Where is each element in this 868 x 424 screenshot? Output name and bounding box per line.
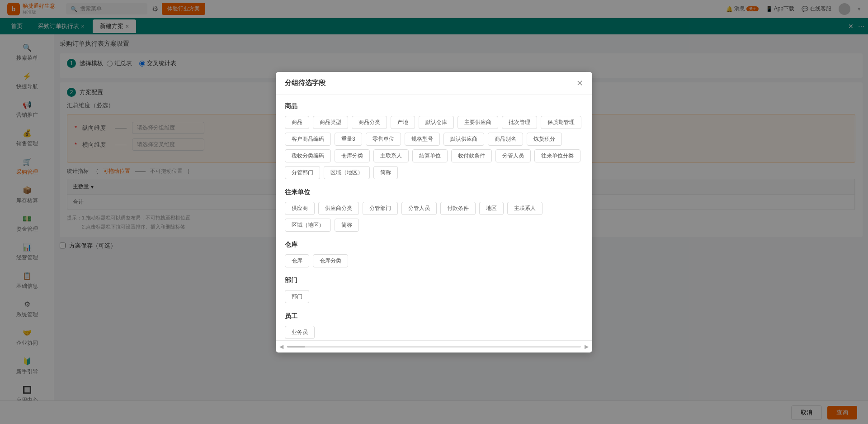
modal-overlay: 分组待选字段 ✕ 商品 商品 商品类型 商品分类 产地 默认仓库 主要供应商 批… (0, 0, 868, 424)
field-tag[interactable]: 区域（地区） (285, 219, 331, 232)
field-tag[interactable]: 保质期管理 (541, 116, 581, 129)
field-tag[interactable]: 主要供应商 (458, 116, 498, 129)
field-tag[interactable]: 重量3 (335, 133, 362, 146)
field-tag[interactable]: 供应商 (285, 202, 315, 215)
section-product-title: 商品 (285, 102, 583, 110)
field-tag[interactable]: 分管人员 (495, 149, 531, 162)
field-tag[interactable]: 批次管理 (502, 116, 537, 129)
field-tag[interactable]: 地区 (479, 202, 504, 215)
scroll-thumb (287, 346, 305, 348)
field-tag[interactable]: 区域（地区） (324, 166, 370, 179)
section-warehouse-title: 仓库 (285, 241, 583, 249)
modal-title: 分组待选字段 (285, 79, 326, 87)
section-product: 商品 商品 商品类型 商品分类 产地 默认仓库 主要供应商 批次管理 保质期管理… (285, 102, 583, 179)
field-tag[interactable]: 仓库分类 (313, 254, 348, 267)
section-employee-title: 员工 (285, 312, 583, 320)
section-dept-fields: 部门 (285, 290, 583, 303)
scroll-right-arrow[interactable]: ▶ (585, 343, 589, 350)
section-product-fields: 商品 商品类型 商品分类 产地 默认仓库 主要供应商 批次管理 保质期管理 客户… (285, 116, 583, 179)
field-tag[interactable]: 业务员 (285, 326, 315, 339)
field-tag[interactable]: 默认供应商 (443, 133, 484, 146)
field-tag[interactable]: 结算单位 (412, 149, 448, 162)
section-warehouse: 仓库 仓库 仓库分类 (285, 241, 583, 267)
field-tag[interactable]: 仓库分类 (335, 149, 370, 162)
section-partner-fields: 供应商 供应商分类 分管部门 分管人员 付款条件 地区 主联系人 区域（地区） … (285, 202, 583, 232)
scroll-left-arrow[interactable]: ◀ (279, 343, 283, 350)
field-tag[interactable]: 商品分类 (352, 116, 387, 129)
field-tag[interactable]: 仓库 (285, 254, 309, 267)
modal-close-btn[interactable]: ✕ (576, 78, 583, 88)
section-dept-title: 部门 (285, 276, 583, 285)
scroll-track[interactable] (287, 346, 581, 348)
field-tag[interactable]: 零售单位 (366, 133, 401, 146)
field-tag[interactable]: 默认仓库 (419, 116, 454, 129)
section-warehouse-fields: 仓库 仓库分类 (285, 254, 583, 267)
field-tag[interactable]: 付款条件 (440, 202, 476, 215)
modal-dialog: 分组待选字段 ✕ 商品 商品 商品类型 商品分类 产地 默认仓库 主要供应商 批… (276, 72, 592, 353)
section-dept: 部门 部门 (285, 276, 583, 303)
field-tag[interactable]: 产地 (391, 116, 415, 129)
modal-header: 分组待选字段 ✕ (276, 72, 592, 95)
field-tag[interactable]: 往来单位分类 (534, 149, 580, 162)
field-tag[interactable]: 主联系人 (507, 202, 542, 215)
field-tag[interactable]: 供应商分类 (318, 202, 359, 215)
field-tag[interactable]: 简称 (373, 166, 398, 179)
field-tag[interactable]: 客户商品编码 (285, 133, 331, 146)
field-tag[interactable]: 收付款条件 (451, 149, 492, 162)
field-tag[interactable]: 规格型号 (405, 133, 440, 146)
field-tag[interactable]: 部门 (285, 290, 309, 303)
field-tag[interactable]: 简称 (335, 219, 359, 232)
field-tag[interactable]: 分管人员 (401, 202, 437, 215)
field-tag[interactable]: 炼货积分 (527, 133, 562, 146)
field-tag[interactable]: 商品 (285, 116, 309, 129)
section-employee: 员工 业务员 (285, 312, 583, 339)
field-tag[interactable]: 分管部门 (285, 166, 320, 179)
field-tag[interactable]: 分管部门 (363, 202, 398, 215)
field-tag[interactable]: 主联系人 (373, 149, 409, 162)
section-partner-title: 往来单位 (285, 188, 583, 196)
field-tag[interactable]: 商品别名 (488, 133, 523, 146)
field-tag[interactable]: 商品类型 (313, 116, 348, 129)
section-employee-fields: 业务员 (285, 326, 583, 339)
modal-scroll-bar: ◀ ▶ (276, 340, 592, 353)
field-tag[interactable]: 税收分类编码 (285, 149, 331, 162)
section-partner: 往来单位 供应商 供应商分类 分管部门 分管人员 付款条件 地区 主联系人 区域… (285, 188, 583, 232)
modal-body: 商品 商品 商品类型 商品分类 产地 默认仓库 主要供应商 批次管理 保质期管理… (276, 95, 592, 340)
